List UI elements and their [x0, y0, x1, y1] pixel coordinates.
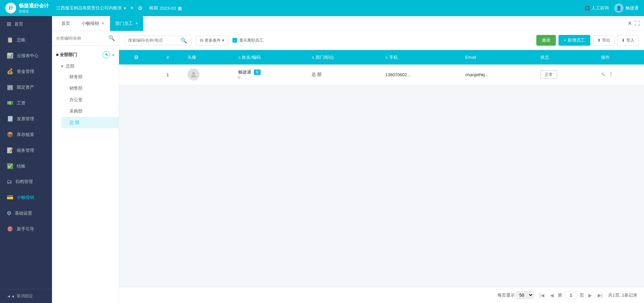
row-gear-cell: [119, 64, 153, 85]
add-icon[interactable]: +: [130, 5, 134, 12]
dept-search-input[interactable]: [56, 36, 106, 41]
show-resigned-checkbox[interactable]: ✓: [232, 38, 237, 43]
dept-item-purchase[interactable]: 采购部: [61, 105, 119, 117]
col-gear[interactable]: ⚙: [119, 50, 153, 64]
tab-xiaochang[interactable]: 小畅报销 ×: [76, 16, 109, 31]
customer-service-label: 人工咨询: [591, 5, 609, 11]
dept-collapse-icon[interactable]: «: [112, 52, 115, 57]
header-right: 🎧 人工咨询 👤 畅捷通: [585, 3, 639, 13]
close-window-icon[interactable]: ✕: [628, 20, 632, 27]
sidebar-label-funds: 资金管理: [17, 69, 34, 75]
tab-xiaochang-close[interactable]: ×: [102, 21, 104, 26]
sidebar: ⊞ 首页 📋 总账 📊 云报表中心 💰 资金管理 🏢 固定资产 💵 工资 🧾 发…: [0, 16, 52, 303]
sidebar-item-guide[interactable]: 🎯 新手引导: [0, 221, 52, 237]
filter-icon: ⊟: [200, 38, 203, 43]
dept-item-general[interactable]: 总 部: [61, 117, 119, 128]
dept-item-office[interactable]: 办公室: [61, 94, 119, 105]
col-dept[interactable]: ⇅ 部门/职位: [306, 50, 380, 64]
import-label: 导入: [626, 38, 634, 43]
table-body: 1: [119, 64, 644, 85]
sidebar-item-tax[interactable]: 📝 税务管理: [0, 142, 52, 158]
last-page-btn[interactable]: ▶|: [596, 291, 604, 299]
tab-dept-close[interactable]: ×: [136, 21, 138, 26]
sidebar-item-checkout[interactable]: ✅ 结账: [0, 158, 52, 174]
search-icon[interactable]: 🔍: [180, 37, 187, 44]
sidebar-item-archive[interactable]: 🗂 归档管理: [0, 174, 52, 189]
basic-icon: ⚙: [7, 210, 11, 216]
inventory-icon: 📦: [7, 131, 13, 138]
logo-area: 好 畅捷通好会计 旗舰版: [5, 3, 52, 14]
logout-icon[interactable]: ⤴: [609, 72, 612, 78]
prev-page-btn[interactable]: ◀: [548, 291, 556, 299]
all-dept-header[interactable]: ■ 全部部门 ✎ «: [52, 48, 119, 61]
next-page-btn[interactable]: ▶: [586, 291, 594, 299]
sidebar-item-funds[interactable]: 💰 资金管理: [0, 63, 52, 79]
svg-point-0: [192, 72, 195, 75]
cancel-pin-btn[interactable]: ◄◄ 取消固定: [0, 289, 52, 303]
search-icon[interactable]: 🔍: [108, 35, 115, 41]
period-value: 2023-03: [160, 6, 176, 11]
row-status-cell: 正常: [535, 64, 596, 85]
col-actions-label: 操作: [601, 55, 610, 60]
dept-item-sales[interactable]: 销售部: [61, 83, 119, 94]
per-page-select[interactable]: 50 20 100: [516, 291, 534, 299]
user-info[interactable]: 👤 畅捷通: [614, 3, 639, 13]
sort-phone-icon: ⇅: [385, 56, 388, 59]
filter-more-btn[interactable]: ⊟ 更多条件 ▾: [196, 36, 228, 45]
tab-dept-employee[interactable]: 部门员工 ×: [110, 16, 143, 31]
tax-icon: 📝: [7, 147, 13, 154]
add-employee-button[interactable]: + 新增员工: [558, 35, 590, 46]
company-selector[interactable]: 江西服宝精品有限责任公司内账张 ▾: [56, 5, 126, 11]
username: 畅捷通: [626, 5, 639, 11]
col-name[interactable]: ⇅ 姓名/编码: [233, 50, 306, 64]
sidebar-label-home: 首页: [14, 21, 23, 27]
dept-item-finance[interactable]: 财务部: [61, 71, 119, 83]
first-page-btn[interactable]: |◀: [538, 291, 546, 299]
content-area: 首页 小畅报销 × 部门员工 × ✕ ⛶ 🔍: [52, 16, 644, 303]
home-icon: ⊞: [7, 21, 11, 27]
sidebar-item-home[interactable]: ⊞ 首页: [0, 16, 52, 32]
status-badge: 正常: [540, 71, 557, 79]
sidebar-item-salary[interactable]: 💵 工资: [0, 95, 52, 111]
invite-button[interactable]: 邀请: [536, 35, 556, 46]
per-page-label: 每页显示: [497, 292, 515, 298]
page-number-input[interactable]: [564, 292, 578, 299]
employee-badge: 部: [254, 70, 261, 75]
sidebar-label-tax: 税务管理: [17, 147, 34, 154]
sort-name-icon: ⇅: [238, 56, 241, 59]
tab-home[interactable]: 首页: [56, 16, 75, 31]
dept-general-label: 总部: [66, 63, 74, 69]
edit-icon[interactable]: ✎: [601, 72, 605, 78]
column-settings-icon[interactable]: ⚙: [134, 54, 139, 60]
col-name-label: 姓名/编码: [242, 55, 261, 60]
sidebar-item-fixed-assets[interactable]: 🏢 固定资产: [0, 79, 52, 95]
sidebar-item-basic[interactable]: ⚙ 基础设置: [0, 205, 52, 221]
sidebar-item-reports[interactable]: 📊 云报表中心: [0, 48, 52, 63]
export-button[interactable]: ⬆ 导出: [593, 35, 614, 46]
sidebar-item-general-ledger[interactable]: 📋 总账: [0, 32, 52, 48]
col-email-label: Email: [465, 55, 476, 60]
user-avatar: 👤: [614, 3, 624, 13]
employee-search-input[interactable]: [128, 38, 178, 43]
calendar-icon[interactable]: ▦: [178, 6, 182, 11]
show-resigned-toggle[interactable]: ✓ 显示离职员工: [232, 38, 263, 43]
top-header: 好 畅捷通好会计 旗舰版 江西服宝精品有限责任公司内账张 ▾ + ⚙ 账期 20…: [0, 0, 644, 16]
row-actions-cell: ✎ ⤴: [596, 64, 644, 85]
maximize-icon[interactable]: ⛶: [635, 20, 640, 27]
employee-table: ⚙ # 头像 ⇅ 姓名/编码: [119, 50, 644, 85]
sort-dept-icon: ⇅: [312, 56, 314, 59]
col-actions: 操作: [596, 50, 644, 64]
settings-icon[interactable]: ⚙: [138, 5, 143, 11]
dept-item-sales-label: 销售部: [69, 86, 83, 91]
sidebar-item-xiaochang[interactable]: 💳 小畅报销: [0, 189, 52, 205]
col-phone[interactable]: ⇅ 手机: [380, 50, 460, 64]
import-button[interactable]: ⬇ 导入: [617, 35, 639, 46]
sidebar-item-invoice[interactable]: 🧾 发票管理: [0, 111, 52, 127]
dept-parent-general[interactable]: ▼ 总部: [56, 61, 119, 71]
sidebar-label-general-ledger: 总账: [17, 37, 25, 43]
customer-service-btn[interactable]: 🎧 人工咨询: [585, 5, 609, 11]
expand-icon: ▼: [60, 64, 64, 69]
dept-edit-icon[interactable]: ✎: [103, 51, 110, 58]
sidebar-item-inventory[interactable]: 📦 库存核算: [0, 127, 52, 142]
employee-dept: 总 部: [312, 72, 322, 77]
